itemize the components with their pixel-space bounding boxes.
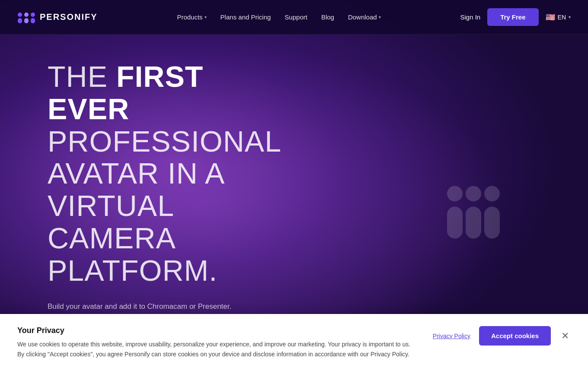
nav-products[interactable]: Products ▾: [172, 10, 211, 24]
hero-watermark: [445, 184, 502, 242]
cookie-actions: Privacy Policy Accept cookies ✕: [433, 326, 571, 346]
svg-rect-4: [24, 18, 29, 23]
chevron-down-icon: ▾: [205, 15, 207, 19]
brand-name: PERSONIFY: [40, 12, 98, 22]
nav-links: Products ▾ Plans and Pricing Support Blo…: [172, 10, 386, 24]
flag-icon: 🇺🇸: [546, 13, 555, 22]
navbar: PERSONIFY Products ▾ Plans and Pricing S…: [0, 0, 588, 35]
hero-title: THE FIRST EVER PROFESSIONAL AVATAR IN A …: [48, 60, 233, 287]
svg-point-0: [18, 13, 22, 17]
nav-right: Sign In Try Free 🇺🇸 EN ▾: [460, 8, 571, 26]
svg-point-8: [484, 186, 500, 201]
nav-plans[interactable]: Plans and Pricing: [215, 10, 276, 24]
cookie-title: Your Privacy: [17, 326, 415, 335]
nav-support[interactable]: Support: [279, 10, 313, 24]
language-label: EN: [558, 14, 566, 21]
sign-in-link[interactable]: Sign In: [460, 13, 480, 21]
nav-download[interactable]: Download ▾: [343, 10, 386, 24]
svg-point-2: [31, 13, 35, 17]
try-free-button[interactable]: Try Free: [487, 8, 538, 26]
nav-blog[interactable]: Blog: [316, 10, 339, 24]
close-cookie-banner-button[interactable]: ✕: [559, 331, 571, 341]
svg-rect-10: [466, 206, 481, 238]
chevron-lang-icon: ▾: [569, 15, 571, 19]
svg-rect-9: [447, 206, 463, 238]
accept-cookies-button[interactable]: Accept cookies: [479, 326, 551, 346]
svg-rect-5: [31, 18, 35, 23]
cookie-text: Your Privacy We use cookies to operate t…: [17, 326, 415, 359]
cookie-banner: Your Privacy We use cookies to operate t…: [0, 314, 588, 371]
cookie-description: We use cookies to operate this website, …: [17, 339, 415, 359]
privacy-policy-link[interactable]: Privacy Policy: [433, 333, 470, 339]
logo-link[interactable]: PERSONIFY: [17, 10, 98, 24]
svg-rect-11: [484, 206, 500, 238]
logo-icon: [17, 10, 35, 24]
svg-point-7: [466, 186, 481, 201]
svg-rect-3: [18, 18, 22, 23]
svg-point-6: [447, 186, 463, 201]
svg-point-1: [24, 13, 29, 17]
chevron-down-icon-2: ▾: [379, 15, 381, 19]
language-selector[interactable]: 🇺🇸 EN ▾: [546, 13, 571, 22]
